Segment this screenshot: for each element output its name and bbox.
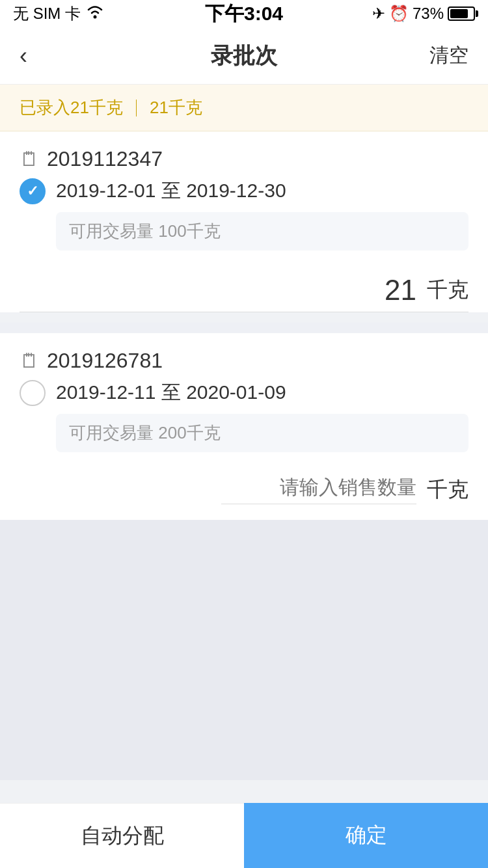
total-qty: 21千克 [150, 96, 202, 119]
batch2-qty-unit: 千克 [427, 476, 468, 504]
nav-bar: ‹ 录批次 清空 [0, 27, 488, 85]
batch2-qty-row[interactable]: 千克 [0, 468, 488, 509]
auto-distribute-button[interactable]: 自动分配 [0, 803, 244, 868]
battery-percent: 73% [413, 5, 444, 23]
info-banner: 已录入21千克 21千克 [0, 85, 488, 131]
status-bar: 无 SIM 卡 下午3:04 ✈ ⏰ 73% [0, 0, 488, 27]
status-left: 无 SIM 卡 [13, 3, 104, 24]
doc-icon-2: 🗒 [20, 350, 39, 372]
location-icon: ✈ [372, 5, 385, 23]
section-divider-1 [0, 323, 488, 333]
battery-icon [448, 7, 475, 21]
page-title: 录批次 [211, 41, 277, 71]
batch1-qty-unit: 千克 [427, 276, 468, 305]
batch2-padding [0, 509, 488, 520]
doc-icon-1: 🗒 [20, 148, 39, 170]
batch1-id: 2019112347 [47, 147, 163, 171]
batch2-id: 2019126781 [47, 349, 163, 373]
batch1-available: 可用交易量 100千克 [56, 212, 468, 251]
batch1-date: 2019-12-01 至 2019-12-30 [56, 178, 286, 204]
recorded-qty: 已录入21千克 [20, 96, 123, 119]
batch2-row[interactable]: 2019-12-11 至 2020-01-09 [20, 379, 468, 406]
batch1-row[interactable]: ✓ 2019-12-01 至 2019-12-30 [20, 178, 468, 204]
batch-card-2: 🗒 2019126781 2019-12-11 至 2020-01-09 可用交… [0, 333, 488, 520]
batch2-qty-input[interactable] [221, 476, 416, 504]
batch1-divider [20, 312, 468, 312]
check-icon-1: ✓ [27, 183, 38, 200]
batch-card-1: 🗒 2019112347 ✓ 2019-12-01 至 2019-12-30 可… [0, 131, 488, 312]
back-button[interactable]: ‹ [20, 42, 59, 70]
status-time: 下午3:04 [205, 1, 283, 27]
status-right: ✈ ⏰ 73% [372, 5, 475, 23]
banner-divider [136, 100, 137, 116]
batch2-radio[interactable] [20, 380, 46, 406]
clear-button[interactable]: 清空 [429, 42, 468, 69]
batch1-qty-value: 21 [385, 274, 416, 306]
batch1-header: 🗒 2019112347 [20, 147, 468, 171]
batch1-radio[interactable]: ✓ [20, 178, 46, 204]
batch2-available: 可用交易量 200千克 [56, 414, 468, 452]
batch2-date: 2019-12-11 至 2020-01-09 [56, 379, 286, 406]
svg-point-0 [94, 16, 97, 19]
sim-status: 无 SIM 卡 [13, 3, 81, 24]
batch1-qty-row: 21 千克 [0, 266, 488, 312]
batch2-header: 🗒 2019126781 [20, 349, 468, 373]
alarm-icon: ⏰ [389, 5, 409, 23]
gray-area [0, 520, 488, 780]
bottom-bar: 自动分配 确定 [0, 803, 488, 868]
confirm-button[interactable]: 确定 [244, 803, 488, 868]
wifi-icon [86, 5, 104, 23]
